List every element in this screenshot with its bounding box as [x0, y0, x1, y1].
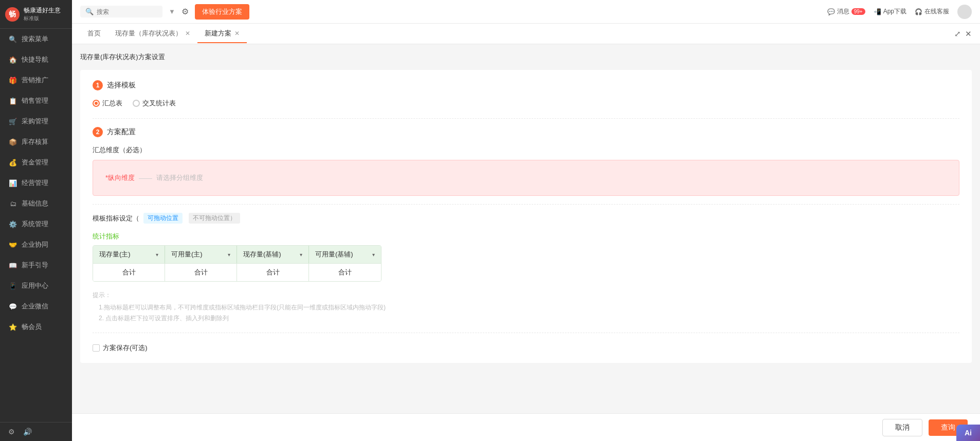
- quick-nav-label: 快捷导航: [22, 55, 48, 64]
- message-badge: 99+: [851, 8, 865, 15]
- sidebar-item-basic[interactable]: 🗂基础信息: [0, 193, 72, 214]
- wechat-nav-label: 企业微信: [22, 302, 48, 311]
- panel-close-icon[interactable]: ✕: [965, 29, 972, 39]
- chevron-down-icon: ▾: [372, 252, 375, 258]
- save-row: 方案保存(可选): [93, 343, 959, 353]
- tab-close-inventory_status[interactable]: ✕: [185, 30, 190, 37]
- stats-col-现存量(主)[interactable]: 现存量(主)▾: [93, 246, 165, 263]
- sidebar-item-search[interactable]: 🔍搜索菜单: [0, 29, 72, 49]
- topbar-actions: 💬 消息 99+ 📲 App下载 🎧 在线客服: [827, 5, 972, 19]
- sidebar-item-finance[interactable]: 💰资金管理: [0, 152, 72, 173]
- panel-expand-icon[interactable]: ⤢: [954, 29, 961, 39]
- speaker-icon[interactable]: 🔊: [23, 428, 32, 436]
- sidebar-item-wechat[interactable]: 💬企业微信: [0, 296, 72, 317]
- cancel-button[interactable]: 取消: [882, 419, 922, 436]
- app-tag: 标准版: [24, 15, 61, 22]
- headset-icon: 🎧: [915, 8, 922, 15]
- sales-nav-icon: 📋: [8, 96, 17, 105]
- app-download-label: App下载: [883, 7, 906, 16]
- app_center-nav-label: 应用中心: [22, 281, 48, 290]
- section1-num: 1: [93, 80, 103, 90]
- basic-nav-label: 基础信息: [22, 199, 48, 208]
- section1-label: 选择模板: [107, 81, 136, 90]
- sidebar-item-member[interactable]: ⭐畅会员: [0, 317, 72, 337]
- system-nav-label: 系统管理: [22, 219, 48, 229]
- section1-title: 1 选择模板: [93, 80, 959, 90]
- topbar-setting-icon[interactable]: ⚙: [182, 7, 189, 16]
- sidebar-item-operation[interactable]: 📊经营管理: [0, 173, 72, 193]
- tab-new_plan[interactable]: 新建方案✕: [197, 25, 247, 43]
- operation-nav-label: 经营管理: [22, 178, 48, 188]
- tab-label-home: 首页: [87, 29, 101, 38]
- purchase-nav-label: 采购管理: [22, 117, 48, 126]
- topbar-search-box: 🔍: [80, 6, 162, 17]
- ai-badge[interactable]: Ai: [956, 425, 980, 441]
- user-avatar[interactable]: [957, 5, 972, 19]
- search-input[interactable]: [97, 8, 153, 15]
- undraggable-tag: 不可拖动位置）: [189, 213, 240, 224]
- dimension-placeholder[interactable]: 请选择分组维度: [156, 173, 203, 182]
- radio-summary[interactable]: 汇总表: [93, 99, 122, 108]
- template-radio-group: 汇总表交叉统计表: [93, 99, 959, 108]
- stats-cell-现存量(主): 合计: [93, 264, 165, 281]
- indicator-label-text: 模板指标设定（: [93, 214, 139, 223]
- download-icon: 📲: [874, 8, 881, 15]
- sidebar-item-purchase[interactable]: 🛒采购管理: [0, 111, 72, 132]
- message-action[interactable]: 💬 消息 99+: [827, 7, 865, 16]
- stats-cell-可用量(主): 合计: [165, 264, 237, 281]
- sidebar-logo: 畅 畅康通好生意 标准版: [0, 0, 72, 29]
- main-wrap: 🔍 ▼ ⚙ 体验行业方案 💬 消息 99+ 📲 App下载 🎧 在线客服 首页现…: [72, 0, 980, 441]
- stats-label: 统计指标: [93, 232, 959, 241]
- settings-icon[interactable]: ⚙: [8, 428, 15, 436]
- quick-nav-icon: 🏠: [8, 55, 17, 64]
- newbie-nav-icon: 📖: [8, 261, 17, 270]
- sidebar-item-marketing[interactable]: 🎁营销推广: [0, 70, 72, 90]
- system-nav-icon: ⚙️: [8, 219, 17, 229]
- basic-nav-icon: 🗂: [8, 199, 17, 208]
- online-service-label: 在线客服: [924, 7, 949, 16]
- sidebar-item-quick[interactable]: 🏠快捷导航: [0, 49, 72, 70]
- tab-home[interactable]: 首页: [80, 25, 108, 43]
- chevron-down-icon: ▾: [156, 252, 158, 258]
- app_center-nav-icon: 📱: [8, 281, 17, 290]
- app-download-action[interactable]: 📲 App下载: [874, 7, 906, 16]
- sales-nav-label: 销售管理: [22, 96, 48, 105]
- stats-col-可用量(主)[interactable]: 可用量(主)▾: [165, 246, 237, 263]
- search-icon: 🔍: [85, 8, 94, 15]
- corp-nav-icon: 🤝: [8, 240, 17, 249]
- trial-industry-button[interactable]: 体验行业方案: [195, 4, 249, 20]
- tip-line-1: 1.拖动标题栏可以调整布局，不可跨维度或指标区域拖动栏目字段(只能在同一维度或指…: [93, 302, 959, 314]
- app-name: 畅康通好生意: [24, 6, 61, 15]
- sidebar-footer: ⚙ 🔊: [0, 422, 72, 441]
- sidebar-item-app_center[interactable]: 📱应用中心: [0, 275, 72, 296]
- wechat-nav-icon: 💬: [8, 302, 17, 311]
- page-title: 现存量(库存状况表)方案设置: [80, 52, 972, 62]
- tab-inventory_status[interactable]: 现存量（库存状况表）✕: [108, 25, 197, 43]
- stock-nav-label: 库存核算: [22, 137, 48, 146]
- tips-title: 提示：: [93, 290, 959, 301]
- indicator-settings-label: 模板指标设定（ 可拖动位置 不可拖动位置）: [93, 213, 959, 224]
- sidebar-item-system[interactable]: ⚙️系统管理: [0, 214, 72, 234]
- divider3: [93, 333, 959, 333]
- radio-cross[interactable]: 交叉统计表: [133, 99, 176, 108]
- save-option-label: 方案保存(可选): [103, 343, 148, 353]
- save-checkbox[interactable]: [93, 344, 100, 352]
- settings-panel: 1 选择模板 汇总表交叉统计表 2 方案配置 汇总维度（必选） *纵向维度 ——…: [80, 70, 972, 363]
- dimension-required-star: *纵向维度: [105, 173, 135, 182]
- member-nav-icon: ⭐: [8, 322, 17, 332]
- marketing-nav-label: 营销推广: [22, 76, 48, 85]
- dimension-section: 汇总维度（必选） *纵向维度 —— 请选择分组维度: [93, 145, 959, 196]
- online-service-action[interactable]: 🎧 在线客服: [915, 7, 949, 16]
- stats-col-可用量(基辅)[interactable]: 可用量(基辅)▾: [309, 246, 381, 263]
- sidebar-item-newbie[interactable]: 📖新手引导: [0, 255, 72, 275]
- sidebar-item-corp[interactable]: 🤝企业协同: [0, 234, 72, 255]
- stats-col-现存量(基辅)[interactable]: 现存量(基辅)▾: [237, 246, 309, 263]
- tab-close-new_plan[interactable]: ✕: [234, 30, 240, 37]
- save-checkbox-item[interactable]: 方案保存(可选): [93, 343, 148, 353]
- sidebar-item-stock[interactable]: 📦库存核算: [0, 132, 72, 152]
- topbar-dropdown-icon[interactable]: ▼: [169, 8, 175, 15]
- stats-cell-现存量(基辅): 合计: [237, 264, 309, 281]
- marketing-nav-icon: 🎁: [8, 76, 17, 85]
- sidebar-item-sales[interactable]: 📋销售管理: [0, 90, 72, 111]
- indicator-settings: 模板指标设定（ 可拖动位置 不可拖动位置）: [93, 213, 959, 224]
